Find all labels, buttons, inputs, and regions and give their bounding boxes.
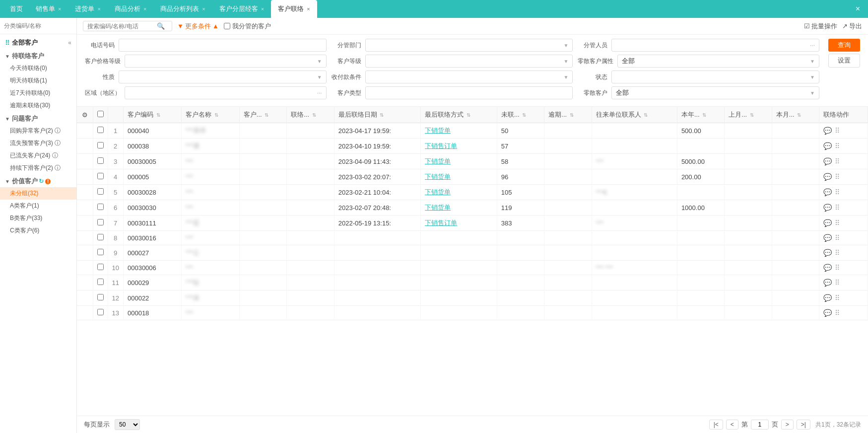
row-checkbox[interactable] (97, 188, 104, 195)
price-level-select[interactable]: ▼ (125, 55, 327, 68)
tab-product-analysis-list[interactable]: 商品分析列表 × (153, 0, 212, 18)
action-grid-icon[interactable]: ⠿ (835, 219, 840, 227)
row-checkbox[interactable] (97, 204, 104, 210)
action-grid-icon[interactable]: ⠿ (835, 142, 840, 150)
action-grid-icon[interactable]: ⠿ (835, 264, 840, 272)
group-problem-customer[interactable]: ▼ 问题客户 (0, 112, 76, 125)
close-purchase-icon[interactable]: × (97, 6, 100, 12)
batch-op-btn[interactable]: ☑ 批量操作 (804, 22, 837, 31)
action-grid-icon[interactable]: ⠿ (835, 173, 840, 181)
group-pending-contact[interactable]: ▼ 待联络客户 (0, 49, 76, 62)
row-checkbox[interactable] (97, 279, 104, 285)
action-grid-icon[interactable]: ⠿ (835, 309, 840, 317)
close-product-list-icon[interactable]: × (202, 6, 205, 12)
nature-select[interactable]: ▼ (119, 71, 327, 83)
action-grid-icon[interactable]: ⠿ (835, 157, 840, 165)
cust-type-input[interactable] (365, 86, 573, 99)
col-last-month[interactable]: 上月... ⇅ (725, 107, 772, 123)
sidebar-item-overdue[interactable]: 逾期未联络(30) (0, 99, 76, 112)
action-message-icon[interactable]: 💬 (823, 249, 832, 257)
col-this-year[interactable]: 本年... ⇅ (677, 107, 724, 123)
manager-input[interactable]: ··· (611, 39, 819, 52)
export-btn[interactable]: ↗ 导出 (842, 22, 862, 31)
row-checkbox[interactable] (97, 157, 104, 164)
col-customer-type[interactable]: 客户... ⇅ (239, 107, 286, 123)
action-grid-icon[interactable]: ⠿ (835, 188, 840, 196)
col-overdue[interactable]: 逾期... ⇅ (544, 107, 592, 123)
action-message-icon[interactable]: 💬 (823, 219, 832, 227)
sidebar-item-churned[interactable]: 已流失客户(24) ⓘ (0, 149, 76, 162)
sidebar-search-input[interactable] (4, 22, 77, 29)
refresh-icon[interactable]: ↻ (39, 178, 44, 185)
last-page-btn[interactable]: >| (797, 420, 810, 430)
next-page-btn[interactable]: > (781, 420, 794, 430)
tab-customer-contact[interactable]: 客户联络 × (271, 0, 317, 18)
action-message-icon[interactable]: 💬 (823, 173, 832, 181)
sidebar-item-abnormal[interactable]: 回购异常客户(2) ⓘ (0, 125, 76, 137)
action-message-icon[interactable]: 💬 (823, 234, 832, 242)
action-grid-icon[interactable]: ⠿ (835, 294, 840, 302)
status-select[interactable]: ▼ (611, 71, 819, 83)
cust-level-select[interactable]: ▼ (365, 55, 573, 68)
row-last-contact-method[interactable]: 下销货单 (421, 200, 497, 216)
sidebar-item-declining[interactable]: 持续下滑客户(2) ⓘ (0, 162, 76, 174)
action-message-icon[interactable]: 💬 (823, 279, 832, 287)
col-this-month[interactable]: 本月... ⇅ (772, 107, 819, 123)
row-checkbox[interactable] (97, 309, 104, 315)
action-message-icon[interactable]: 💬 (823, 142, 832, 150)
tab-customer-segment[interactable]: 客户分层经客 × (212, 0, 271, 18)
region-select[interactable]: ··· (125, 86, 327, 99)
sidebar-item-tomorrow[interactable]: 明天待联络(1) (0, 74, 76, 87)
action-grid-icon[interactable]: ⠿ (835, 127, 840, 135)
reset-button[interactable]: 设置 (828, 54, 860, 68)
main-search-icon[interactable]: 🔍 (157, 22, 165, 30)
dept-select[interactable]: ▼ (365, 39, 573, 52)
col-last-contact-method[interactable]: 最后联络方式 ⇅ (421, 107, 497, 123)
row-checkbox[interactable] (97, 173, 104, 179)
row-checkbox[interactable] (97, 127, 104, 133)
group-value-customer[interactable]: ▼ 价值客户 ↻ ! (0, 174, 76, 187)
action-grid-icon[interactable]: ⠿ (835, 249, 840, 257)
sidebar-item-class-a[interactable]: A类客户(1) (0, 200, 76, 212)
sidebar-collapse-icon[interactable]: « (68, 39, 71, 46)
close-product-analysis-icon[interactable]: × (143, 6, 146, 12)
sidebar-item-unclassified[interactable]: 未分组(32) (0, 187, 76, 200)
col-contact[interactable]: 联络... ⇅ (287, 107, 334, 123)
tab-purchase[interactable]: 进货单 × (68, 0, 107, 18)
sidebar-item-churn-warning[interactable]: 流失预警客户(3) ⓘ (0, 137, 76, 149)
row-checkbox[interactable] (97, 294, 104, 300)
row-last-contact-method[interactable]: 下销货单 (421, 169, 497, 185)
action-message-icon[interactable]: 💬 (823, 157, 832, 165)
action-message-icon[interactable]: 💬 (823, 204, 832, 212)
settings-gear-icon[interactable]: ⚙ (82, 111, 88, 119)
col-uncontacted[interactable]: 未联... ⇅ (497, 107, 544, 123)
page-number-input[interactable] (751, 420, 769, 430)
row-checkbox[interactable] (97, 142, 104, 148)
col-customer-name[interactable]: 客户名称 ⇅ (181, 107, 239, 123)
action-message-icon[interactable]: 💬 (823, 294, 832, 302)
query-button[interactable]: 查询 (828, 39, 860, 52)
sidebar-item-class-b[interactable]: B类客户(33) (0, 212, 76, 224)
row-checkbox[interactable] (97, 219, 104, 225)
col-customer-code[interactable]: 客户编码 ⇅ (123, 107, 181, 123)
tab-home[interactable]: 首页 (4, 0, 29, 18)
action-message-icon[interactable]: 💬 (823, 264, 832, 272)
close-customer-contact-icon[interactable]: × (307, 6, 310, 12)
action-grid-icon[interactable]: ⠿ (835, 204, 840, 212)
col-trade-contact[interactable]: 往来单位联系人 ⇅ (592, 107, 677, 123)
row-checkbox[interactable] (97, 264, 104, 270)
sparse-attr-select[interactable]: 全部▼ (617, 55, 819, 68)
sparse-cust-select[interactable]: 全部▼ (611, 86, 819, 99)
phone-input[interactable] (119, 39, 327, 52)
action-grid-icon[interactable]: ⠿ (835, 234, 840, 242)
page-size-select[interactable]: 50 20 100 (115, 419, 140, 430)
row-last-contact-method[interactable]: 下销货单 (421, 185, 497, 200)
close-sales-icon[interactable]: × (58, 6, 61, 12)
sidebar-item-today[interactable]: 今天待联络(0) (0, 62, 76, 74)
close-customer-segment-icon[interactable]: × (261, 6, 264, 12)
all-customers-header[interactable]: ⠿ 全部客户 « (0, 34, 76, 49)
tab-sales[interactable]: 销售单 × (29, 0, 68, 18)
col-last-contact-date[interactable]: 最后联络日期 ⇅ (334, 107, 420, 123)
row-last-contact-method[interactable]: 下销售订单 (421, 216, 497, 231)
row-last-contact-method[interactable]: 下销售订单 (421, 139, 497, 154)
